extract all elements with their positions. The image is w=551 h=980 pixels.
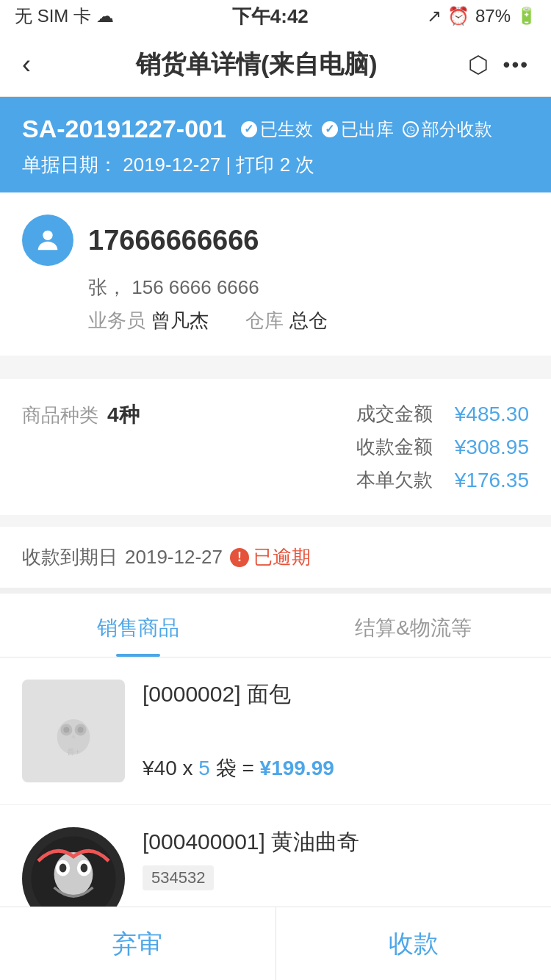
- tab-sales-products-label: 销售商品: [97, 616, 179, 639]
- product-tabs: 销售商品 结算&物流等: [0, 594, 551, 657]
- svg-point-4: [63, 727, 69, 732]
- svg-point-13: [81, 864, 88, 873]
- location-icon: ↗: [427, 6, 442, 26]
- warehouse-label: 仓库: [245, 308, 284, 334]
- product-image-1: 兽+: [22, 680, 125, 782]
- product-thumbnail-owl: 兽+: [44, 702, 103, 760]
- product-title-2: 黄油曲奇: [271, 829, 359, 854]
- product-price-1: ¥40 x 5 袋 = ¥199.99: [143, 754, 529, 782]
- status-bar: 无 SIM 卡 ☁ 下午4:42 ↗ ⏰ 87% 🔋: [0, 0, 551, 32]
- svg-point-12: [60, 864, 67, 873]
- print-info: | 打印 2 次: [226, 154, 314, 176]
- customer-alt-phone: 156 6666 6666: [132, 276, 259, 298]
- product-code-1: [0000002]: [143, 682, 240, 706]
- due-date-value: 2019-12-27: [125, 546, 223, 569]
- table-row: 兽+ [0000002] 面包 ¥40 x 5 袋 = ¥199.99: [0, 657, 551, 805]
- owed-amount-row: 本单欠款 ¥176.35: [356, 467, 529, 493]
- product-title-1: 面包: [247, 682, 291, 706]
- clock-icon: ◷: [403, 121, 419, 137]
- battery-text: 87%: [475, 6, 511, 26]
- product-info-1: [0000002] 面包 ¥40 x 5 袋 = ¥199.99: [143, 680, 529, 782]
- due-date-label: 收款到期日: [22, 544, 118, 570]
- more-options-icon[interactable]: •••: [503, 53, 529, 76]
- product-name-2: [000400001] 黄油曲奇: [143, 827, 529, 857]
- product-code-2: [000400001]: [143, 829, 265, 854]
- summary-left: 商品种类 4种: [22, 401, 140, 429]
- summary-section: 商品种类 4种 成交金额 ¥485.30 收款金额 ¥308.95 本单欠款 ¥…: [0, 379, 551, 515]
- product-sku-2: 534532: [143, 865, 214, 890]
- page-title: 销货单详情(来自电脑): [46, 48, 468, 82]
- deal-amount-value: ¥485.30: [455, 403, 529, 426]
- user-avatar-icon: [33, 226, 62, 255]
- price-eq-1: =: [242, 757, 259, 779]
- order-date-info: 单据日期： 2019-12-27 | 打印 2 次: [22, 152, 529, 178]
- customer-name-phone: 张， 156 6666 6666: [88, 275, 529, 300]
- customer-avatar: [22, 215, 73, 266]
- product-types-label: 商品种类: [22, 403, 98, 428]
- divider-1: [0, 367, 551, 379]
- status-left: 无 SIM 卡 ☁: [15, 4, 114, 28]
- received-amount-row: 收款金额 ¥308.95: [356, 434, 529, 460]
- alarm-icon: ⏰: [447, 6, 469, 26]
- warehouse-value: 总仓: [289, 308, 328, 334]
- order-id: SA-20191227-001: [22, 115, 226, 143]
- status-delivered-label: 已出库: [341, 118, 394, 141]
- status-effective: ✓ 已生效: [241, 118, 313, 141]
- svg-text:兽+: 兽+: [67, 747, 80, 756]
- status-partial-label: 部分收款: [422, 118, 492, 141]
- bottom-bar: 弃审 收款: [0, 907, 551, 980]
- battery-icon: 🔋: [516, 7, 536, 26]
- status-effective-label: 已生效: [260, 118, 313, 141]
- check-icon-1: ✓: [241, 121, 257, 137]
- status-delivered: ✓ 已出库: [322, 118, 394, 141]
- order-date: 2019-12-27: [123, 154, 220, 176]
- tab-settlement-label: 结算&物流等: [355, 616, 472, 639]
- product-total-1: ¥199.99: [260, 757, 334, 779]
- svg-point-5: [78, 727, 84, 732]
- customer-phone: 17666666666: [88, 225, 259, 256]
- due-date-section: 收款到期日 2019-12-27 ! 已逾期: [0, 527, 551, 594]
- overdue-text: 已逾期: [253, 544, 311, 570]
- status-time: 下午4:42: [232, 4, 309, 29]
- svg-point-0: [43, 231, 52, 240]
- status-tags: ✓ 已生效 ✓ 已出库 ◷ 部分收款: [241, 118, 492, 141]
- sales-person: 曾凡杰: [151, 308, 209, 334]
- deal-amount-label: 成交金额: [356, 401, 433, 427]
- tab-sales-products[interactable]: 销售商品: [0, 594, 276, 657]
- overdue-exclamation-icon: !: [230, 548, 249, 567]
- summary-row: 商品种类 4种 成交金额 ¥485.30 收款金额 ¥308.95 本单欠款 ¥…: [22, 401, 529, 493]
- owed-amount-value: ¥176.35: [455, 469, 529, 492]
- price-base-1: ¥40: [143, 757, 177, 779]
- product-types-value: 4种: [107, 401, 140, 429]
- owed-label: 本单欠款: [356, 467, 433, 493]
- price-x-1: x: [183, 757, 199, 779]
- order-header: SA-20191227-001 ✓ 已生效 ✓ 已出库 ◷ 部分收款 单据日期：…: [0, 97, 551, 192]
- collect-payment-button[interactable]: 收款: [276, 907, 552, 980]
- date-label: 单据日期：: [22, 154, 118, 176]
- received-label: 收款金额: [356, 434, 433, 460]
- tab-settlement[interactable]: 结算&物流等: [276, 594, 551, 657]
- signal-text: 无 SIM 卡 ☁: [15, 4, 114, 28]
- customer-meta: 业务员 曾凡杰 仓库 总仓: [88, 308, 529, 334]
- share-icon[interactable]: ⬡: [468, 51, 489, 79]
- customer-section: 17666666666 张， 156 6666 6666 业务员 曾凡杰 仓库 …: [0, 192, 551, 356]
- back-button[interactable]: ‹: [22, 49, 46, 80]
- nav-right-actions: ⬡ •••: [468, 51, 529, 79]
- abandon-review-button[interactable]: 弃审: [0, 907, 276, 980]
- sales-label: 业务员: [88, 308, 145, 334]
- overdue-badge: ! 已逾期: [230, 544, 311, 570]
- nav-bar: ‹ 销货单详情(来自电脑) ⬡ •••: [0, 32, 551, 97]
- check-icon-2: ✓: [322, 121, 338, 137]
- product-types-item: 商品种类 4种: [22, 401, 140, 429]
- product-name-1: [0000002] 面包: [143, 680, 529, 710]
- status-partial-payment: ◷ 部分收款: [403, 118, 492, 141]
- summary-right: 成交金额 ¥485.30 收款金额 ¥308.95 本单欠款 ¥176.35: [356, 401, 529, 493]
- product-qty-1: 5: [198, 757, 210, 779]
- product-unit-1: 袋: [216, 757, 237, 779]
- customer-row: 17666666666: [22, 215, 529, 266]
- status-right: ↗ ⏰ 87% 🔋: [427, 6, 536, 26]
- received-amount-value: ¥308.95: [455, 436, 529, 459]
- customer-name: 张: [88, 276, 107, 298]
- deal-amount-row: 成交金额 ¥485.30: [356, 401, 529, 427]
